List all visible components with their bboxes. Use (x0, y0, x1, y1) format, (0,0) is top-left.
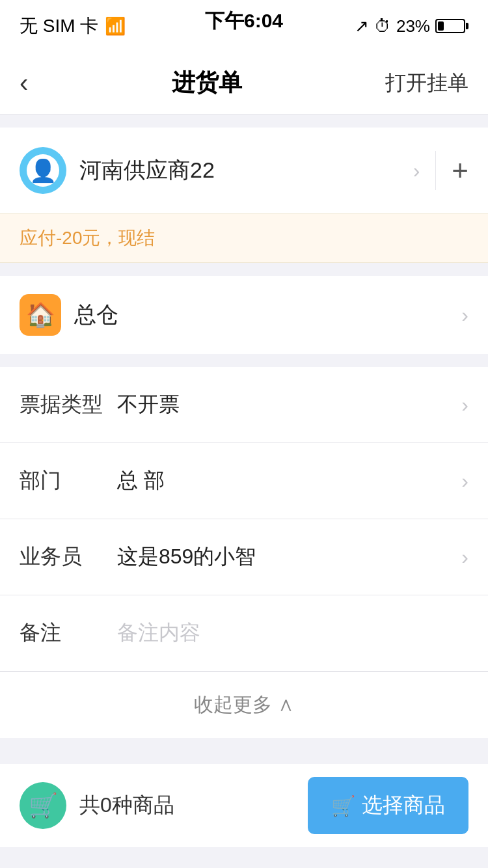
alarm-icon: ⏱ (374, 16, 391, 36)
battery-fill (438, 21, 444, 31)
collapse-bar[interactable]: 收起更多 ∧ (0, 671, 488, 738)
section-gap-2 (0, 263, 488, 276)
select-product-button[interactable]: 🛒 选择商品 (308, 777, 468, 834)
salesman-value: 这是859的小智 (117, 543, 461, 571)
status-left: 无 SIM 卡 📶 (20, 14, 126, 38)
avatar-inner: 👤 (27, 154, 59, 187)
salesman-label: 业务员 (20, 543, 117, 571)
supplier-right-area: › + (413, 151, 468, 190)
supplier-avatar: 👤 (20, 147, 66, 194)
section-gap-4 (0, 738, 488, 751)
section-gap-3 (0, 354, 488, 367)
note-row[interactable]: 备注 备注内容 (0, 595, 488, 671)
supplier-row[interactable]: 👤 河南供应商22 › + (0, 128, 488, 213)
section-gap-1 (0, 115, 488, 128)
department-value: 总 部 (117, 467, 461, 495)
battery-tip (466, 23, 468, 29)
product-count: 共0种商品 (79, 791, 308, 820)
invoice-type-label: 票据类型 (20, 390, 117, 419)
warehouse-row[interactable]: 🏠 总仓 › (0, 276, 488, 354)
department-label: 部门 (20, 467, 117, 495)
notice-bar: 应付-20元，现结 (0, 213, 488, 263)
invoice-chevron-icon: › (461, 393, 468, 417)
battery-bar (435, 19, 468, 33)
supplier-name: 河南供应商22 (79, 156, 413, 185)
battery-box (435, 19, 465, 33)
note-label: 备注 (20, 619, 117, 647)
add-supplier-button[interactable]: + (452, 154, 468, 187)
battery-percent: 23% (396, 16, 430, 36)
warehouse-card: 🏠 总仓 › (0, 276, 488, 354)
invoice-type-value: 不开票 (117, 390, 461, 419)
department-chevron-icon: › (461, 469, 468, 493)
status-time: 下午6:04 (205, 8, 283, 34)
note-value[interactable]: 备注内容 (117, 619, 468, 647)
salesman-row[interactable]: 业务员 这是859的小智 › (0, 519, 488, 595)
supplier-card: 👤 河南供应商22 › + 应付-20元，现结 (0, 128, 488, 263)
warehouse-icon-wrap: 🏠 (20, 294, 61, 336)
status-bar: 无 SIM 卡 📶 下午6:04 ↗ ⏱ 23% (0, 0, 488, 52)
page-title: 进货单 (172, 67, 242, 99)
carrier-text: 无 SIM 卡 (20, 14, 98, 38)
location-icon: ↗ (355, 16, 369, 36)
warehouse-icon: 🏠 (26, 301, 55, 329)
department-row[interactable]: 部门 总 部 › (0, 443, 488, 519)
select-product-icon: 🛒 (331, 794, 355, 817)
warehouse-name: 总仓 (74, 300, 461, 330)
supplier-chevron-icon: › (413, 159, 420, 183)
select-product-label: 选择商品 (362, 791, 445, 820)
open-pending-button[interactable]: 打开挂单 (385, 69, 468, 98)
notice-text: 应付-20元，现结 (20, 228, 155, 248)
status-right: ↗ ⏱ 23% (355, 16, 468, 36)
product-icon: 🛒 (29, 792, 58, 819)
warehouse-chevron-icon: › (461, 303, 468, 327)
nav-bar: ‹ 进货单 打开挂单 (0, 52, 488, 115)
product-bar: 🛒 共0种商品 🛒 选择商品 (0, 764, 488, 847)
invoice-type-row[interactable]: 票据类型 不开票 › (0, 367, 488, 443)
vertical-divider (435, 151, 436, 190)
back-button[interactable]: ‹ (20, 68, 28, 98)
wifi-icon: 📶 (105, 16, 126, 36)
person-icon: 👤 (29, 157, 57, 183)
form-card: 票据类型 不开票 › 部门 总 部 › 业务员 这是859的小智 › 备注 备注… (0, 367, 488, 738)
product-icon-wrap: 🛒 (20, 782, 66, 829)
salesman-chevron-icon: › (461, 545, 468, 569)
